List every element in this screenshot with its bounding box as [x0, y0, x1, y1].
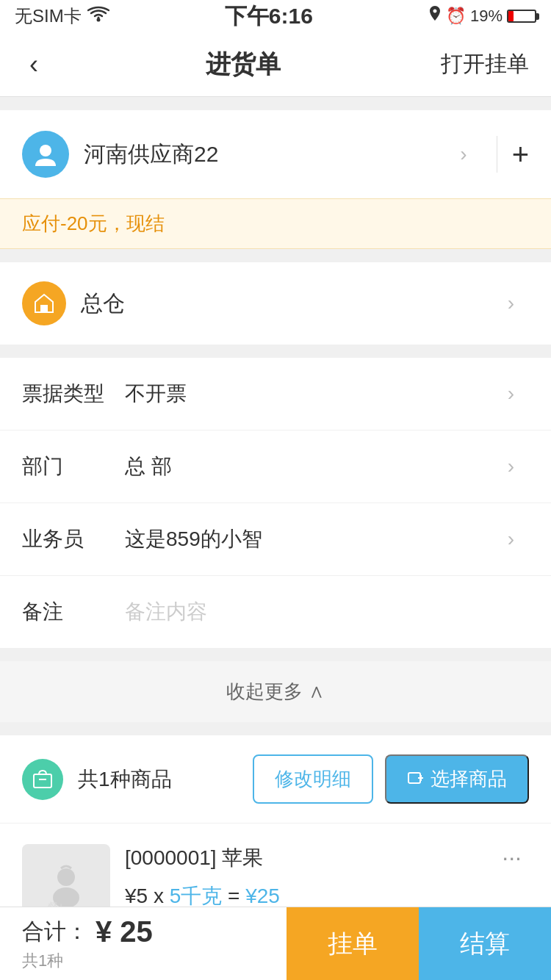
svg-point-0: [96, 18, 100, 22]
product-code: [0000001]: [125, 846, 222, 869]
warehouse-card: 总仓 ›: [0, 262, 551, 345]
department-value: 总 部: [125, 453, 508, 480]
svg-rect-3: [34, 774, 51, 788]
supplier-row[interactable]: 河南供应商22 › +: [0, 110, 551, 198]
battery-icon: [507, 10, 536, 23]
battery-percent: 19%: [470, 7, 503, 26]
remark-label: 备注: [22, 598, 125, 626]
product-info: [0000001] 苹果 ¥5 x 5千克 = ¥25: [125, 844, 494, 910]
status-bar: 无SIM卡 下午6:16 ⏰ 19%: [0, 0, 551, 32]
total-section: 合计： ¥ 25 共1种: [0, 915, 287, 972]
location-icon: [428, 6, 442, 26]
product-more-button[interactable]: ···: [494, 844, 529, 871]
back-button[interactable]: ‹: [22, 42, 46, 87]
status-carrier: 无SIM卡: [15, 4, 109, 28]
divider: [497, 136, 497, 173]
svg-rect-2: [40, 305, 48, 312]
page-title: 进货单: [206, 48, 281, 82]
bottom-bar: 合计： ¥ 25 共1种 挂单 结算: [0, 907, 551, 980]
warehouse-row[interactable]: 总仓 ›: [0, 262, 551, 345]
remark-input[interactable]: 备注内容: [125, 598, 529, 626]
invoice-value: 不开票: [125, 380, 508, 408]
warehouse-chevron-icon: ›: [508, 292, 514, 315]
product-name: [0000001] 苹果: [125, 844, 494, 872]
form-card: 票据类型 不开票 › 部门 总 部 › 业务员 这是859的小智 › 备注 备注…: [0, 358, 551, 648]
total-sub: 共1种: [22, 950, 264, 972]
select-product-label: 选择商品: [431, 766, 507, 792]
invoice-chevron-icon: ›: [508, 382, 514, 406]
invoice-label: 票据类型: [22, 380, 125, 408]
price-eq: =: [222, 884, 245, 907]
total-label: 合计：: [22, 917, 88, 947]
supplier-card: 河南供应商22 › + 应付-20元，现结: [0, 110, 551, 249]
warning-banner: 应付-20元，现结: [0, 198, 551, 249]
total-main: 合计： ¥ 25: [22, 915, 264, 948]
total-amount: ¥ 25: [96, 915, 153, 948]
add-supplier-button[interactable]: +: [512, 140, 529, 169]
sales-row[interactable]: 业务员 这是859的小智 ›: [0, 503, 551, 576]
alarm-icon: ⏰: [446, 7, 466, 26]
nav-bar: ‹ 进货单 打开挂单: [0, 32, 551, 97]
product-name-text: 苹果: [222, 846, 263, 869]
supplier-avatar: [22, 131, 69, 178]
products-count: 共1种商品: [78, 765, 253, 793]
department-chevron-icon: ›: [508, 455, 514, 478]
supplier-chevron-icon: ›: [460, 143, 467, 166]
invoice-row[interactable]: 票据类型 不开票 ›: [0, 358, 551, 430]
collapse-button[interactable]: 收起更多 ∧: [0, 661, 551, 722]
price-total: ¥25: [245, 884, 280, 907]
main-content: 河南供应商22 › + 应付-20元，现结 总仓 › 票据类型 不开票 ›: [0, 110, 551, 980]
sales-value: 这是859的小智: [125, 525, 508, 553]
products-icon: [22, 759, 63, 800]
checkout-button[interactable]: 结算: [419, 907, 551, 981]
remark-row[interactable]: 备注 备注内容: [0, 576, 551, 648]
edit-detail-button[interactable]: 修改明细: [253, 754, 373, 804]
carrier-text: 无SIM卡: [15, 4, 82, 28]
warehouse-name: 总仓: [81, 289, 508, 319]
svg-point-1: [40, 145, 51, 156]
price-unit: ¥5 x: [125, 884, 170, 907]
products-header: 共1种商品 修改明细 选择商品: [0, 735, 551, 824]
svg-point-8: [57, 868, 75, 886]
status-time: 下午6:16: [225, 1, 313, 32]
open-pending-button[interactable]: 打开挂单: [441, 49, 529, 79]
status-right: ⏰ 19%: [428, 6, 536, 26]
hang-button[interactable]: 挂单: [287, 907, 419, 981]
svg-rect-4: [39, 779, 46, 780]
department-row[interactable]: 部门 总 部 ›: [0, 430, 551, 503]
sales-chevron-icon: ›: [508, 527, 514, 551]
price-qty: 5千克: [170, 884, 223, 907]
sales-label: 业务员: [22, 525, 125, 553]
department-label: 部门: [22, 453, 125, 480]
warehouse-icon: [22, 281, 66, 325]
supplier-name: 河南供应商22: [84, 140, 460, 170]
select-product-button[interactable]: 选择商品: [385, 754, 529, 804]
wifi-icon: [87, 6, 109, 26]
